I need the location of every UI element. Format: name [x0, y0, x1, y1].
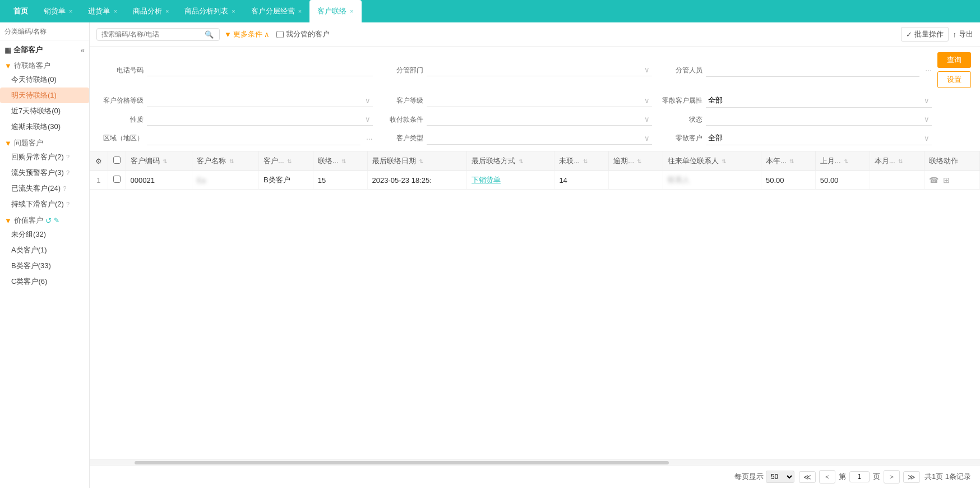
- sidebar-item-tomorrow[interactable]: 明天待联络(1): [0, 88, 89, 103]
- page-size-select[interactable]: 50 10 20 100: [766, 471, 794, 483]
- main-search-input[interactable]: [101, 30, 202, 38]
- page-number-input[interactable]: [849, 471, 870, 482]
- select-all-checkbox[interactable]: [113, 156, 121, 164]
- sidebar-item-class-c[interactable]: C类客户(6): [0, 274, 89, 289]
- payment-select[interactable]: ∨: [427, 113, 653, 126]
- grid-icon: ▦: [4, 46, 11, 54]
- nature-select[interactable]: ∨: [147, 113, 373, 126]
- nav-purchase[interactable]: 进货单 ×: [80, 0, 124, 22]
- col-last-contact-date[interactable]: 最后联络日期 ⇅: [367, 151, 467, 171]
- col-customer-name[interactable]: 客户名称 ⇅: [192, 151, 259, 171]
- col-unit-contact[interactable]: 往来单位联系人 ⇅: [663, 151, 761, 171]
- nav-product-analysis-list[interactable]: 商品分析列表 ×: [177, 0, 243, 22]
- data-table: ⚙ 客户编码 ⇅ 客户名称 ⇅: [90, 151, 980, 190]
- sidebar-item-ungrouped[interactable]: 未分组(32): [0, 227, 89, 242]
- phone-action-icon[interactable]: ☎: [929, 176, 939, 185]
- first-page-btn[interactable]: ≪: [799, 471, 816, 483]
- sidebar-item-today[interactable]: 今天待联络(0): [0, 72, 89, 88]
- payment-chevron-icon: ∨: [644, 115, 650, 123]
- sidebar-item-churn-warning[interactable]: 流失预警客户(3) ?: [0, 165, 89, 181]
- col-action: 联络动作: [924, 151, 980, 171]
- prev-page-btn[interactable]: ＜: [819, 470, 835, 484]
- grid-action-icon[interactable]: ⊞: [943, 176, 950, 185]
- row-last-contact-method[interactable]: 下销货单: [467, 171, 554, 190]
- sort-method-icon: ⇅: [519, 158, 523, 164]
- sidebar-item-overdue[interactable]: 逾期未联络(30): [0, 119, 89, 135]
- customer-grade-label: 客户等级: [378, 96, 423, 105]
- region-dots-icon[interactable]: ···: [366, 134, 373, 143]
- sidebar-search-input[interactable]: [4, 27, 89, 35]
- my-customers-checkbox[interactable]: [276, 31, 284, 38]
- help-icon-4: ?: [66, 201, 70, 208]
- col-settings[interactable]: ⚙: [90, 151, 108, 171]
- group-problem-customers[interactable]: ▼ 问题客户: [0, 135, 89, 149]
- collapse-icon[interactable]: «: [81, 46, 85, 54]
- filter-status: 状态 ∨: [658, 113, 932, 126]
- more-conditions-btn[interactable]: ▼ 更多条件 ∧: [224, 29, 270, 39]
- retail-customer-select[interactable]: 全部 ∨: [706, 131, 932, 145]
- close-sales-icon[interactable]: ×: [69, 8, 72, 15]
- col-last-month[interactable]: 上月... ⇅: [815, 151, 870, 171]
- close-purchase-icon[interactable]: ×: [113, 8, 117, 15]
- sidebar-item-week[interactable]: 近7天待联络(0): [0, 103, 89, 119]
- nav-customer-contact[interactable]: 客户联络 ×: [309, 0, 361, 22]
- col-customer-code[interactable]: 客户编码 ⇅: [126, 151, 192, 171]
- retail-attr-select[interactable]: 全部 ∨: [706, 94, 932, 108]
- main-search-icon[interactable]: 🔍: [205, 30, 214, 39]
- col-last-contact-method[interactable]: 最后联络方式 ⇅: [467, 151, 554, 171]
- filter-phone: 电话号码: [99, 52, 373, 88]
- sidebar-item-churned[interactable]: 已流失客户(24) ?: [0, 181, 89, 196]
- my-customers-filter[interactable]: 我分管的客户: [276, 29, 330, 39]
- edit-value-icon[interactable]: ✎: [54, 217, 59, 224]
- group-pending-contact[interactable]: ▼ 待联络客户: [0, 57, 89, 72]
- customer-grade-select[interactable]: ∨: [427, 95, 653, 107]
- sidebar-item-class-a[interactable]: A类客户(1): [0, 242, 89, 258]
- group-value-customers[interactable]: ▼ 价值客户 ↺ ✎: [0, 212, 89, 227]
- col-customer-type[interactable]: 客户... ⇅: [258, 151, 313, 171]
- close-customer-contact-icon[interactable]: ×: [350, 8, 353, 15]
- sidebar-search-bar[interactable]: 🔍: [0, 22, 89, 40]
- batch-op-button[interactable]: ✓ 批量操作: [901, 27, 949, 42]
- close-customer-tier-icon[interactable]: ×: [298, 8, 302, 15]
- close-product-analysis-icon[interactable]: ×: [165, 8, 169, 15]
- col-this-year[interactable]: 本年... ⇅: [761, 151, 815, 171]
- nav-home[interactable]: 首页: [6, 0, 36, 22]
- sidebar-item-repurchase[interactable]: 回购异常客户(2) ?: [0, 149, 89, 165]
- next-page-btn[interactable]: ＞: [884, 470, 900, 484]
- row-checkbox[interactable]: [113, 176, 121, 183]
- close-product-analysis-list-icon[interactable]: ×: [232, 8, 235, 15]
- price-grade-select[interactable]: ∨: [147, 95, 373, 107]
- region-input-area[interactable]: [147, 132, 360, 145]
- status-select[interactable]: ∨: [706, 113, 932, 126]
- all-customers-title[interactable]: ▦ 全部客户 «: [0, 40, 89, 57]
- sort-code-icon: ⇅: [163, 158, 167, 164]
- filter-price-grade: 客户价格等级 ∨: [99, 94, 373, 108]
- col-contact-count[interactable]: 联络... ⇅: [313, 151, 367, 171]
- export-button[interactable]: ↑ 导出: [953, 29, 974, 39]
- filter-customer-grade: 客户等级 ∨: [378, 94, 653, 108]
- row-checkbox-cell[interactable]: [108, 171, 126, 190]
- dept-select[interactable]: ∨: [427, 64, 653, 76]
- sidebar-item-declining[interactable]: 持续下滑客户(2) ?: [0, 196, 89, 212]
- person-input-area[interactable]: [706, 63, 919, 77]
- settings-button[interactable]: 设置: [937, 71, 971, 88]
- col-overdue[interactable]: 逾期... ⇅: [609, 151, 663, 171]
- query-button[interactable]: 查询: [937, 52, 971, 68]
- search-input-wrap[interactable]: 🔍: [96, 28, 220, 41]
- col-this-month[interactable]: 本月... ⇅: [870, 151, 924, 171]
- last-page-btn[interactable]: ≫: [903, 471, 920, 483]
- refresh-value-icon[interactable]: ↺: [45, 217, 52, 225]
- phone-input[interactable]: [147, 65, 373, 76]
- horizontal-scrollbar[interactable]: [90, 459, 980, 465]
- person-dots-icon[interactable]: ···: [925, 66, 932, 75]
- nav-sales[interactable]: 销货单 ×: [36, 0, 80, 22]
- col-checkbox[interactable]: [108, 151, 126, 171]
- nav-customer-tier[interactable]: 客户分层经营 ×: [243, 0, 309, 22]
- customer-type-select[interactable]: ∨: [427, 132, 653, 145]
- main-layout: 🔍 ▦ 全部客户 « ▼ 待联络客户 今天待联络(0) 明天待联络(1) 近7天…: [0, 22, 980, 488]
- col-uncontacted[interactable]: 未联... ⇅: [554, 151, 609, 171]
- sidebar-item-class-b[interactable]: B类客户(33): [0, 258, 89, 274]
- nav-product-analysis[interactable]: 商品分析 ×: [125, 0, 177, 22]
- customer-type-label: 客户类型: [378, 133, 423, 143]
- sort-uncontacted-icon: ⇅: [583, 158, 588, 164]
